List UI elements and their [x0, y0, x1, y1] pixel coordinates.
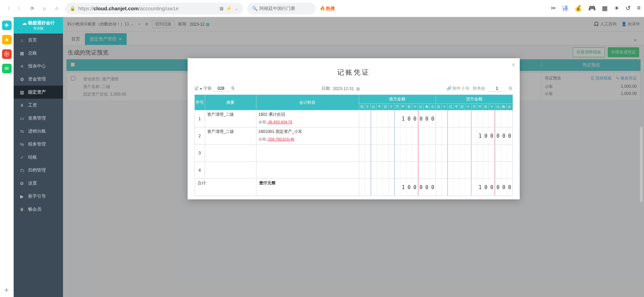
hot-search-tag[interactable]: 🔥热搜 [320, 5, 335, 12]
menu-icon[interactable]: ≡ [637, 4, 641, 13]
url-text: https://cloud.chanjet.com/accounting/uw1… [78, 5, 178, 11]
browser-toolbar: 〈 〉 ⟳ ⌂ ☆ 🔒 https://cloud.chanjet.com/ac… [0, 0, 644, 17]
back-icon[interactable]: 〈 [3, 4, 12, 13]
wallet-icon[interactable]: 💰 [574, 4, 582, 13]
star-icon[interactable]: ☆ [53, 4, 61, 13]
game-icon[interactable]: 🎮 [588, 4, 596, 13]
grid-icon[interactable]: ▦ [602, 4, 608, 13]
scissors-icon[interactable]: ✂ [551, 4, 556, 13]
search-icon: 🔍 [252, 6, 257, 11]
forward-icon[interactable]: 〉 [16, 4, 24, 13]
reload-icon[interactable]: ⟳ [28, 4, 36, 13]
qr-icon[interactable]: ▦ [219, 6, 224, 11]
lock-icon: 🔒 [70, 6, 75, 11]
search-placeholder: 阿根廷中国行门票 [260, 5, 295, 12]
search-box[interactable]: 🔍 阿根廷中国行门票 [247, 3, 316, 14]
address-bar[interactable]: 🔒 https://cloud.chanjet.com/accounting/u… [65, 3, 243, 14]
translate-icon[interactable]: 译 [562, 4, 568, 13]
browser-tools: ✂ 译 💰 🎮 ▦ ☀ ↺ ≡ [551, 4, 641, 13]
chevron-down-icon[interactable]: ⌄ [235, 6, 238, 11]
history-icon[interactable]: ↺ [626, 4, 631, 13]
bolt-icon[interactable]: ⚡ [226, 6, 232, 11]
home-icon[interactable]: ⌂ [40, 4, 49, 13]
theme-icon[interactable]: ☀ [614, 4, 619, 13]
